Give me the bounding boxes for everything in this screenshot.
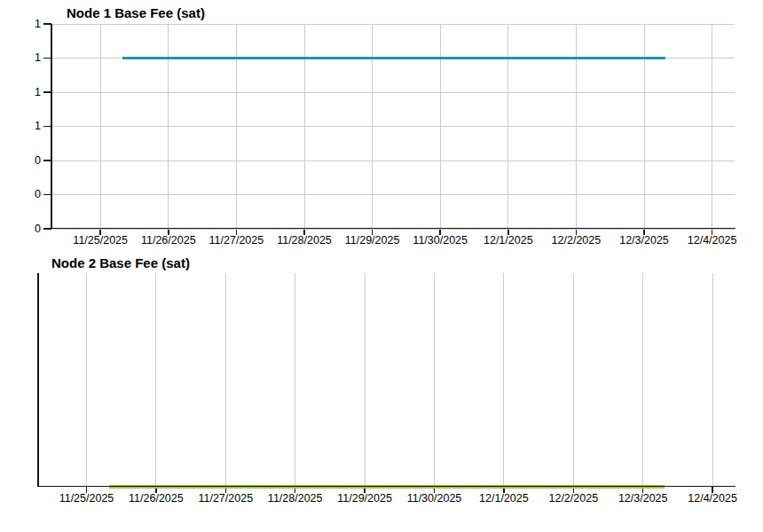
x-gridline bbox=[365, 273, 366, 487]
x-gridline bbox=[503, 273, 504, 487]
x-gridline bbox=[712, 273, 713, 487]
x-gridline bbox=[434, 273, 435, 487]
x-axis-baseline bbox=[37, 486, 735, 488]
x-gridline bbox=[642, 273, 643, 487]
y-axis-spine bbox=[37, 273, 39, 487]
chart-2-plot-area: 11/25/202511/26/202511/27/202511/28/2025… bbox=[0, 0, 763, 532]
x-gridline bbox=[155, 273, 156, 487]
x-tick-label: 12/4/2025 bbox=[668, 492, 757, 505]
x-gridline bbox=[86, 273, 87, 487]
x-gridline bbox=[573, 273, 574, 487]
x-gridline bbox=[295, 273, 295, 487]
base-fee-charts-panel: Node 1 Base Fee (sat) 11/25/202511/26/20… bbox=[0, 0, 763, 532]
x-gridline bbox=[225, 273, 226, 487]
